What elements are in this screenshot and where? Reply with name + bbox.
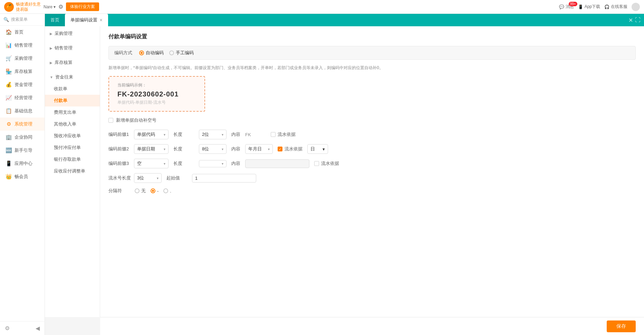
menu-item-prepay-recv[interactable]: 预收冲应收单 — [45, 130, 100, 142]
serial-length-value: 3位 — [137, 175, 144, 181]
auto-fill-checkbox[interactable] — [108, 118, 113, 123]
menu-group-purchase-title[interactable]: ▶ 采购管理 — [45, 28, 100, 39]
length3-select[interactable]: ▾ — [199, 160, 227, 167]
sidebar-item-label: 畅会员 — [15, 174, 28, 180]
online-service-btn[interactable]: 🎧 在线客服 — [604, 4, 627, 10]
serial2-period-select[interactable]: 日 ▾ — [307, 144, 328, 154]
save-button[interactable]: 保存 — [607, 320, 636, 332]
top-bar-controls: Nare ▾ ⚙ 体验行业方案 — [44, 2, 99, 11]
sidebar-settings-icon[interactable]: ⚙ — [5, 325, 10, 332]
sidebar-item-member[interactable]: 👑 畅会员 — [0, 170, 45, 183]
sep-dash-radio[interactable]: - — [151, 188, 158, 194]
sidebar-item-enterprise[interactable]: 🏢 企业协同 — [0, 131, 45, 144]
sidebar-item-guide[interactable]: 🆕 新手引导 — [0, 144, 45, 157]
apps-icon: 📱 — [6, 160, 12, 167]
sidebar-item-purchase[interactable]: 🛒 采购管理 — [0, 52, 45, 65]
sidebar-item-label: 采购管理 — [15, 55, 32, 62]
menu-item-ap-adjust[interactable]: 应收应付调整单 — [45, 165, 100, 177]
logo-text: 畅捷通好生意 捷易版 — [16, 2, 41, 12]
sidebar-collapse-icon[interactable]: ◀ — [36, 325, 40, 332]
content2-select[interactable]: 年月日 ▾ — [245, 144, 273, 154]
serial2-checkbox[interactable]: ✓ — [278, 147, 282, 151]
sidebar-item-home[interactable]: 🏠 首页 — [0, 26, 45, 39]
serial1-label: 流水依据 — [278, 131, 296, 138]
prefix2-arrow: ▾ — [164, 147, 165, 151]
sidebar-item-finance[interactable]: 💰 资金管理 — [0, 78, 45, 91]
menu-group-sales-title[interactable]: ▶ 销售管理 — [45, 42, 100, 54]
auto-code-radio-circle — [139, 50, 144, 55]
auto-fill-label: 新增单据自动补空号 — [116, 117, 156, 123]
prefix1-label: 编码前缀1 — [108, 131, 129, 138]
sidebar-item-label: 系统管理 — [15, 121, 32, 127]
length2-arrow: ▾ — [222, 147, 223, 151]
prefix2-select[interactable]: 单据日期 ▾ — [134, 144, 169, 154]
sidebar-item-operation[interactable]: 📈 经营管理 — [0, 91, 45, 104]
menu-item-prepay-pay[interactable]: 预付冲应付单 — [45, 142, 100, 153]
sidebar-item-label: 企业协同 — [15, 134, 32, 140]
message-btn[interactable]: 💬 消息 99+ — [559, 4, 574, 10]
search-label: 搜索菜单 — [11, 17, 28, 22]
menu-item-expense[interactable]: 费用支出单 — [45, 106, 100, 118]
start-value-input[interactable] — [192, 174, 256, 183]
settings-icon[interactable]: ⚙ — [58, 3, 63, 10]
tab-encoding[interactable]: 单据编码设置 ✕ — [65, 14, 108, 26]
length3-label: 长度 — [173, 160, 194, 167]
sidebar-item-inventory[interactable]: 🏪 库存核算 — [0, 65, 45, 78]
length2-value: 8位 — [202, 146, 209, 152]
serial1-checkbox-group: 流水依据 — [271, 131, 296, 138]
tab-fullscreen-icon[interactable]: ⛶ — [635, 17, 641, 23]
sidebar-item-apps[interactable]: 📱 应用中心 — [0, 157, 45, 170]
sidebar-top: 🔍 搜索菜单 🏠 首页 📊 销售管理 🛒 采购管理 🏪 库存核算 💰 — [0, 14, 45, 183]
prefix1-value: 单据代码 — [137, 131, 155, 138]
sep-dash-label: - — [157, 188, 158, 194]
serial3-checkbox[interactable] — [314, 161, 319, 166]
length2-select[interactable]: 8位 ▾ — [199, 144, 227, 154]
menu-group-inventory-title[interactable]: ▶ 库存核算 — [45, 57, 100, 68]
separator-label: 分隔符 — [108, 188, 129, 194]
sidebar-item-system[interactable]: ⚙ 系统管理 — [0, 118, 45, 131]
sidebar-search[interactable]: 🔍 搜索菜单 — [0, 14, 45, 26]
separator-row: 分隔符 无 - . — [108, 188, 636, 194]
prefix3-arrow: ▾ — [164, 162, 165, 166]
menu-item-payment[interactable]: 付款单 — [45, 95, 100, 106]
chevron-down-icon: ▼ — [50, 75, 53, 79]
sidebar-item-label: 首页 — [15, 29, 23, 35]
serial-length-select[interactable]: 3位 ▾ — [134, 173, 162, 183]
menu-item-other-income[interactable]: 其他收入单 — [45, 118, 100, 130]
menu-item-receipt[interactable]: 收款单 — [45, 83, 100, 95]
tab-close-icon[interactable]: ✕ — [99, 18, 103, 22]
tab-home[interactable]: 首页 — [45, 14, 65, 26]
user-avatar[interactable] — [632, 3, 640, 11]
sep-dash-circle — [151, 188, 155, 193]
sep-none-circle — [135, 188, 140, 193]
preview-code: FK-20230602-001 — [117, 90, 196, 98]
encoding-method-radios: 自动编码 手工编码 — [139, 50, 194, 56]
length1-label: 长度 — [173, 131, 194, 138]
prefix1-select[interactable]: 单据代码 ▾ — [134, 130, 169, 139]
company-dropdown[interactable]: Nare ▾ — [44, 4, 56, 9]
sidebar-item-basic[interactable]: 📋 基础信息 — [0, 104, 45, 118]
length1-select[interactable]: 2位 ▾ — [199, 130, 227, 139]
menu-group-sales: ▶ 销售管理 — [45, 41, 100, 55]
app-download-btn[interactable]: 📱 App下载 — [578, 4, 600, 10]
sidebar: 🔍 搜索菜单 🏠 首页 📊 销售管理 🛒 采购管理 🏪 库存核算 💰 — [0, 14, 45, 335]
menu-item-bank-deposit[interactable]: 银行存取款单 — [45, 153, 100, 165]
purchase-icon: 🛒 — [6, 55, 12, 62]
prefix3-label: 编码前缀3 — [108, 160, 129, 167]
serial1-checkbox[interactable] — [271, 132, 276, 137]
menu-group-finance-title[interactable]: ▼ 资金往来 — [45, 71, 100, 83]
manual-code-radio[interactable]: 手工编码 — [169, 50, 194, 56]
trial-button[interactable]: 体验行业方案 — [66, 2, 99, 11]
tab-minimize-icon[interactable]: ✕ — [628, 17, 633, 24]
sidebar-item-sales[interactable]: 📊 销售管理 — [0, 39, 45, 52]
auto-code-radio[interactable]: 自动编码 — [139, 50, 164, 56]
prefix1-row: 编码前缀1 单据代码 ▾ 长度 2位 ▾ 内容 FK 流水依据 — [108, 130, 636, 139]
member-icon: 👑 — [6, 174, 12, 180]
sep-dot-radio[interactable]: . — [163, 188, 171, 194]
encoding-method-section: 编码方式 自动编码 手工编码 — [108, 46, 636, 60]
main-content-wrapper: 付款单编码设置 编码方式 自动编码 手工编码 — [100, 26, 644, 335]
sep-none-radio[interactable]: 无 — [135, 188, 146, 194]
prefix3-select[interactable]: 空 ▾ — [134, 159, 169, 168]
main-wrapper: 首页 单据编码设置 ✕ ✕ ⛶ 付款单编码设置 编码方式 — [45, 14, 644, 335]
content3-input[interactable] — [245, 159, 309, 168]
